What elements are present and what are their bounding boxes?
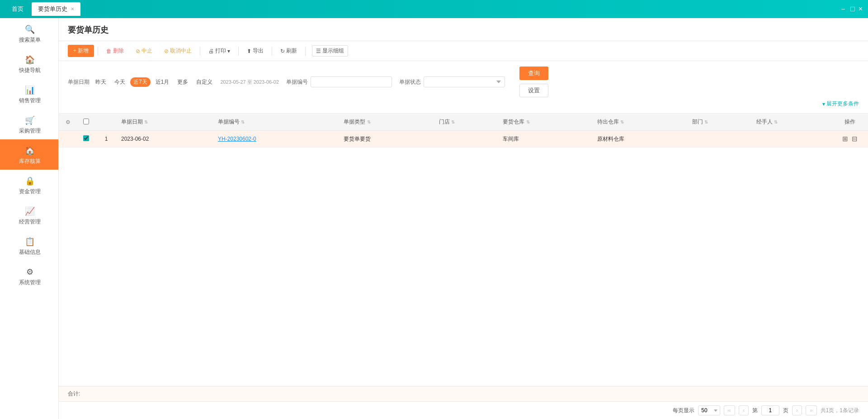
sidebar-item-label: 系统管理 [19,279,41,286]
minimize-btn[interactable]: － [840,5,847,14]
docno-filter: 单据编号 [286,76,392,87]
date-btn-custom[interactable]: 自定义 [193,77,216,87]
date-btn-7days[interactable]: 近7天 [130,77,151,87]
row-ops: ⊞ ⊟ [832,131,868,148]
col-docdate[interactable]: 单据日期 ⇅ [118,114,214,131]
stop-button[interactable]: ⊘ 中止 [131,45,157,57]
maximize-btn[interactable]: □ [850,5,855,13]
date-btn-more[interactable]: 更多 [174,77,191,87]
date-btn-yesterday[interactable]: 昨天 [92,77,109,87]
cart-icon: 🛒 [25,115,35,125]
filter-area: 单据日期 昨天 今天 近7天 近1月 更多 自定义 2023-05-27 至 2… [59,61,868,114]
filter-actions: 查询 设置 [519,67,548,97]
page-unit: 页 [783,407,788,414]
docno-label: 单据编号 [286,78,308,86]
cancel-stop-button[interactable]: ⊘ 取消中止 [160,45,196,57]
date-btn-today[interactable]: 今天 [111,77,128,87]
filter-row: 单据日期 昨天 今天 近7天 近1月 更多 自定义 2023-05-27 至 2… [68,67,859,97]
sidebar-item-basic[interactable]: 📋 基础信息 [0,230,58,261]
sidebar-item-sales[interactable]: 📊 销售管理 [0,79,58,109]
display-detail-button[interactable]: ☰ 显示细组 [312,45,348,57]
col-num [95,114,118,131]
col-doctype[interactable]: 单据类型 ⇅ [340,114,435,131]
print-button[interactable]: 🖨 打印 ▾ [204,45,235,57]
export-button[interactable]: ⬆ 导出 [242,45,268,57]
display-icon: ☰ [316,48,321,54]
sidebar-item-label: 资金管理 [19,188,41,195]
chart-icon: 📊 [25,85,35,95]
sidebar-item-quicknav[interactable]: 🏠 快捷导航 [0,48,58,79]
row-settings [59,131,77,148]
col-reqwarehouse[interactable]: 要货仓库 ⇅ [499,114,593,131]
toolbar: + 新增 🗑 删除 ⊘ 中止 ⊘ 取消中止 🖨 打印 [59,41,868,61]
refresh-button[interactable]: ↻ 刷新 [276,45,302,57]
row-doctype: 要货单要货 [340,131,435,148]
sidebar-item-label: 经营管理 [19,218,41,226]
date-filter: 单据日期 昨天 今天 近7天 近1月 更多 自定义 2023-05-27 至 2… [68,77,279,87]
tab-history[interactable]: 要货单历史 × [32,2,80,16]
sidebar-item-inventory[interactable]: 🏠 库存核算 [0,139,58,170]
export-icon: ⬆ [247,48,251,54]
tab-home[interactable]: 首页 [5,2,30,16]
new-button[interactable]: + 新增 [68,45,94,57]
sidebar: 🔍 搜索菜单 🏠 快捷导航 📊 销售管理 🛒 采购管理 🏠 库存核算 🔒 [0,18,59,419]
table-area: ⚙ 单据日期 ⇅ 单据编号 ⇅ [59,114,868,386]
row-reqwarehouse: 车间库 [499,131,593,148]
row-dept [689,131,753,148]
status-filter: 单据状态 [399,76,505,87]
page-input[interactable] [761,405,779,415]
row-checkbox[interactable] [83,135,89,141]
separator4 [272,47,272,56]
row-edit-icon[interactable]: ⊞ [842,135,848,143]
filter-row-2: ▾ 展开更多条件 [68,100,859,108]
stop-icon: ⊘ [136,48,140,54]
select-all-checkbox[interactable] [83,119,89,124]
col-store[interactable]: 门店 ⇅ [435,114,500,131]
next-btn[interactable]: › [792,405,802,415]
row-pendingwarehouse: 原材料仓库 [594,131,689,148]
col-pendingwarehouse[interactable]: 待出仓库 ⇅ [594,114,689,131]
settings-button[interactable]: 设置 [519,84,548,97]
col-checkbox [77,114,95,131]
status-select[interactable] [424,76,505,87]
row-handler [753,131,832,148]
col-handler[interactable]: 经手人 ⇅ [753,114,832,131]
col-settings[interactable]: ⚙ [59,114,77,131]
trend-icon: 📈 [25,206,35,216]
docno-input[interactable] [311,76,392,87]
total-info: 共1页，1条记录 [821,407,859,414]
row-docno-link[interactable]: YH-20230602-0 [218,136,256,142]
content-area: 要货单历史 + 新增 🗑 删除 ⊘ 中止 ⊘ 取消中止 [59,18,868,419]
separator5 [305,47,306,56]
sidebar-item-system[interactable]: ⚙ 系统管理 [0,261,58,291]
date-btn-1month[interactable]: 近1月 [152,77,173,87]
sidebar-item-label: 销售管理 [19,97,41,105]
sidebar-item-operations[interactable]: 📈 经营管理 [0,200,58,230]
col-ops: 操作 [832,114,868,131]
page-size-label: 每页显示 [673,407,694,414]
table-footer: 合计: [59,386,868,401]
sidebar-item-label: 搜索菜单 [19,36,41,44]
prev-group-btn[interactable]: « [724,405,735,415]
print-dropdown-icon: ▾ [227,48,230,54]
query-button[interactable]: 查询 [519,67,548,80]
prev-btn[interactable]: ‹ [739,405,749,415]
window-close-btn[interactable]: × [859,5,863,13]
expand-filter-button[interactable]: ▾ 展开更多条件 [822,100,859,108]
delete-button[interactable]: 🗑 删除 [102,45,128,57]
date-buttons: 昨天 今天 近7天 近1月 更多 自定义 [92,77,216,87]
sort-handler-icon: ⇅ [774,119,778,124]
row-num: 1 [95,131,118,148]
close-tab-icon[interactable]: × [71,6,74,12]
col-docno[interactable]: 单据编号 ⇅ [214,114,340,131]
sidebar-item-search[interactable]: 🔍 搜索菜单 [0,18,58,48]
page-size-select[interactable]: 20 50 100 200 [698,405,720,415]
row-docdate: 2023-06-02 [118,131,214,148]
col-dept[interactable]: 部门 ⇅ [689,114,753,131]
next-group-btn[interactable]: » [806,405,817,415]
separator2 [200,47,200,56]
home-icon: 🏠 [25,55,35,65]
row-detail-icon[interactable]: ⊟ [852,135,858,143]
sidebar-item-purchase[interactable]: 🛒 采购管理 [0,109,58,139]
sidebar-item-finance[interactable]: 🔒 资金管理 [0,170,58,200]
